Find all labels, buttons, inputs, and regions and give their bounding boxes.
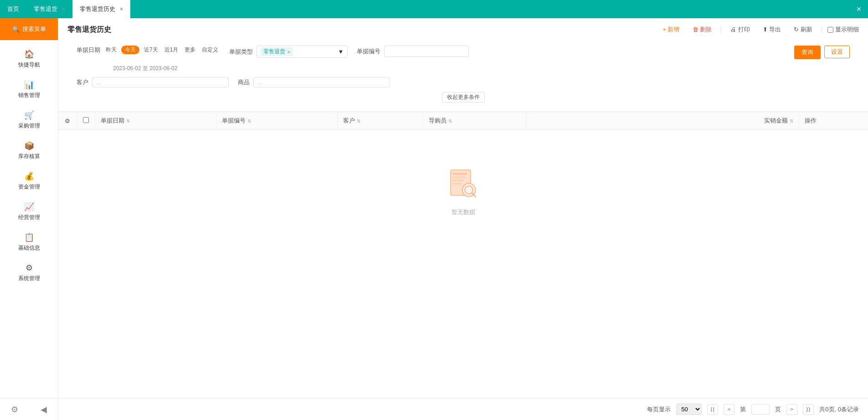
- sort-icon-doc-date: ⇅: [126, 118, 130, 123]
- sidebar-item-finance-mgmt-label: 资金管理: [18, 183, 40, 191]
- select-all-checkbox[interactable]: [83, 117, 89, 123]
- sort-icon-doc-no: ⇅: [247, 118, 251, 123]
- print-button[interactable]: 🖨 打印: [727, 24, 754, 36]
- filter-area: 单据日期 昨天 今天 近7天 近1月 更多 自定义 单据类型: [67, 41, 859, 112]
- page-prev-button[interactable]: ＜: [724, 404, 734, 415]
- export-button[interactable]: ⬆ 导出: [759, 24, 785, 36]
- page-size-label: 每页显示: [647, 405, 671, 414]
- sidebar-item-ops-mgmt[interactable]: 📈 经营管理: [0, 196, 58, 227]
- ops-icon: 📈: [24, 202, 34, 212]
- sidebar-item-sales-mgmt[interactable]: 📊 销售管理: [0, 74, 58, 105]
- tab-retail-return-history-close[interactable]: ×: [120, 6, 123, 12]
- sidebar-item-sys-mgmt[interactable]: ⚙ 系统管理: [0, 257, 58, 288]
- tab-home[interactable]: 首页: [0, 0, 26, 18]
- filter-docno-label: 单据编号: [357, 47, 380, 56]
- th-checkbox[interactable]: [77, 112, 95, 130]
- sales-icon: 📊: [24, 80, 34, 90]
- page-first-button[interactable]: ⟨⟨: [707, 404, 718, 415]
- filter-customer-item: 客户 ...: [77, 77, 229, 87]
- filter-doctype-label: 单据类型: [229, 48, 253, 56]
- tab-home-label: 首页: [7, 5, 19, 13]
- th-guide-label: 导购员: [429, 117, 447, 125]
- toolbar-divider-1: [721, 26, 721, 33]
- page-last-button[interactable]: ⟩⟩: [803, 404, 814, 415]
- tab-list: 首页 零售退货 × 零售退货历史 ×: [0, 0, 850, 18]
- filter-customer-select[interactable]: ...: [92, 77, 229, 87]
- tab-retail-return-label: 零售退货: [34, 5, 57, 13]
- date-7days[interactable]: 近7天: [142, 46, 160, 54]
- date-today[interactable]: 今天: [121, 46, 139, 54]
- sidebar-item-quick-nav[interactable]: 🏠 快捷导航: [0, 44, 58, 74]
- th-settings[interactable]: ⚙: [58, 112, 77, 130]
- empty-icon: [445, 166, 482, 203]
- doctype-tag-remove[interactable]: ×: [287, 49, 290, 55]
- table-body: 暂无数据: [58, 130, 868, 253]
- sort-icon-guide: ⇅: [448, 118, 452, 123]
- sidebar-search-label: 搜索菜单: [22, 25, 46, 33]
- th-guide[interactable]: 导购员 ⇅: [423, 112, 527, 130]
- add-button[interactable]: + 新增: [659, 24, 683, 36]
- page-of: 页: [775, 405, 781, 414]
- th-doc-no[interactable]: 单据编号 ⇅: [216, 112, 337, 130]
- finance-icon: 💰: [24, 171, 34, 181]
- display-detail-checkbox[interactable]: [827, 27, 833, 33]
- toolbar: + 新增 🗑 删除 🖨 打印 ⬆ 导出 ↻ 刷新 显示明细: [659, 24, 859, 36]
- purchase-icon: 🛒: [24, 110, 34, 120]
- tab-retail-return[interactable]: 零售退货 ×: [26, 0, 72, 18]
- page-number-input[interactable]: 1: [751, 404, 770, 415]
- svg-rect-3: [452, 180, 463, 181]
- tab-retail-return-history[interactable]: 零售退货历史 ×: [72, 0, 130, 18]
- filter-row-1: 单据日期 昨天 今天 近7天 近1月 更多 自定义 单据类型: [77, 46, 850, 59]
- sidebar-item-basic-info[interactable]: 📋 基础信息: [0, 227, 58, 257]
- filter-goods-select[interactable]: ...: [253, 77, 390, 87]
- display-detail-label[interactable]: 显示明细: [827, 26, 859, 34]
- sidebar: 🔍 搜索菜单 🏠 快捷导航 📊 销售管理 🛒 采购管理 📦 库存核算 💰: [0, 18, 58, 420]
- basic-info-icon: 📋: [24, 232, 34, 242]
- tab-retail-return-close[interactable]: ×: [62, 6, 65, 12]
- th-doc-no-label: 单据编号: [222, 117, 246, 125]
- date-1month[interactable]: 近1月: [163, 46, 180, 54]
- query-button[interactable]: 查询: [794, 46, 821, 59]
- th-action: 操作: [799, 112, 868, 130]
- empty-state: 暂无数据: [58, 130, 868, 253]
- svg-rect-2: [452, 176, 465, 178]
- date-more[interactable]: 更多: [183, 46, 197, 54]
- th-customer-label: 客户: [343, 117, 355, 125]
- sidebar-item-finance-mgmt[interactable]: 💰 资金管理: [0, 166, 58, 196]
- delete-button[interactable]: 🗑 删除: [689, 24, 716, 36]
- filter-goods-label: 商品: [238, 78, 250, 87]
- filter-goods-placeholder: ...: [257, 79, 262, 86]
- sidebar-item-purchase-mgmt-label: 采购管理: [18, 122, 40, 130]
- page-size-select[interactable]: 10 20 50 100: [676, 404, 702, 415]
- th-doc-date-label: 单据日期: [101, 117, 124, 125]
- th-doc-date[interactable]: 单据日期 ⇅: [95, 112, 216, 130]
- sort-icon-actual-amount: ⇅: [790, 118, 793, 123]
- th-actual-amount[interactable]: 实销金额 ⇅: [527, 112, 799, 130]
- sidebar-gear-button[interactable]: ⚙: [11, 405, 18, 415]
- page-next-button[interactable]: ＞: [786, 404, 797, 415]
- filter-doctype-select[interactable]: 零售退货 × ▼: [257, 46, 348, 58]
- sidebar-item-quick-nav-label: 快捷导航: [18, 61, 40, 69]
- home-icon: 🏠: [24, 49, 34, 59]
- filter-customer-placeholder: ...: [96, 79, 101, 86]
- date-custom[interactable]: 自定义: [200, 46, 220, 54]
- sidebar-item-stock-calc-label: 库存核算: [18, 153, 40, 160]
- page-title: 零售退货历史: [67, 25, 111, 35]
- sidebar-collapse-button[interactable]: ◀: [41, 405, 47, 415]
- sidebar-search[interactable]: 🔍 搜索菜单: [0, 18, 58, 40]
- setting-button[interactable]: 设置: [824, 46, 850, 58]
- th-actual-amount-label: 实销金额: [764, 117, 788, 125]
- sidebar-item-stock-calc[interactable]: 📦 库存核算: [0, 135, 58, 166]
- sidebar-nav: 🏠 快捷导航 📊 销售管理 🛒 采购管理 📦 库存核算 💰 资金管理 📈: [0, 40, 58, 398]
- window-close-button[interactable]: ×: [850, 0, 868, 18]
- sidebar-item-purchase-mgmt[interactable]: 🛒 采购管理: [0, 105, 58, 135]
- refresh-button[interactable]: ↻ 刷新: [790, 24, 816, 36]
- sidebar-item-sys-mgmt-label: 系统管理: [18, 275, 40, 282]
- th-customer[interactable]: 客户 ⇅: [337, 112, 423, 130]
- filter-docno-input[interactable]: [384, 46, 469, 57]
- sidebar-item-basic-info-label: 基础信息: [18, 244, 40, 252]
- collapse-button[interactable]: 收起更多条件: [442, 92, 485, 102]
- settings-icon[interactable]: ⚙: [65, 118, 70, 124]
- filter-doctype-item: 单据类型 零售退货 × ▼: [229, 46, 348, 58]
- date-yesterday[interactable]: 昨天: [104, 46, 118, 54]
